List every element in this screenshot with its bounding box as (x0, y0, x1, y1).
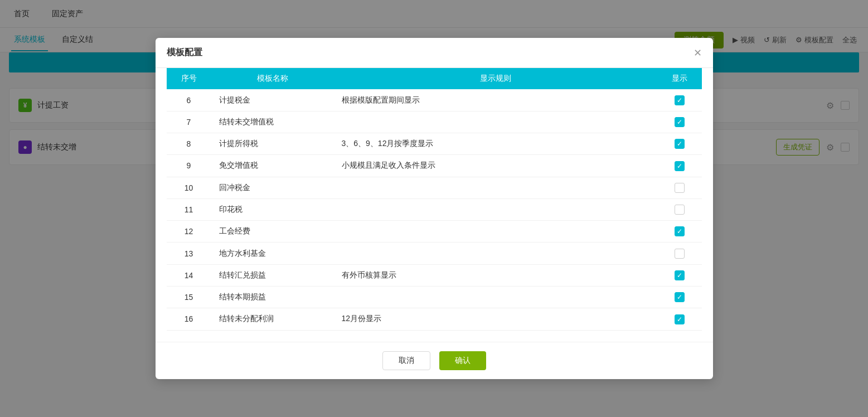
checkbox-14[interactable] (675, 270, 685, 280)
checkbox-12[interactable] (675, 226, 685, 236)
cell-rule: 小规模且满足收入条件显示 (334, 155, 657, 177)
cell-checkbox (657, 133, 702, 154)
cell-rule: 12月份显示 (334, 308, 657, 330)
cell-name: 结转未交增值税 (211, 111, 334, 133)
cell-name: 地方水利基金 (211, 243, 334, 264)
cell-name: 计提税金 (211, 89, 334, 111)
table-row: 7结转未交增值税 (167, 111, 702, 133)
cell-id: 16 (167, 308, 211, 330)
modal-title: 模板配置 (167, 47, 202, 59)
cell-name: 工会经费 (211, 221, 334, 243)
checkbox-16[interactable] (675, 314, 685, 324)
cell-rule: 根据模版配置期间显示 (334, 89, 657, 111)
table-row: 12工会经费 (167, 221, 702, 243)
table-row: 9免交增值税小规模且满足收入条件显示 (167, 155, 702, 177)
cell-checkbox (657, 155, 702, 177)
cell-id: 14 (167, 264, 211, 286)
cell-rule: 有外币核算显示 (334, 264, 657, 286)
config-table: 序号 模板名称 显示规则 显示 6计提税金根据模版配置期间显示7结转未交增值税8… (167, 68, 702, 330)
modal-body: 序号 模板名称 显示规则 显示 6计提税金根据模版配置期间显示7结转未交增值税8… (156, 68, 713, 341)
col-header-name: 模板名称 (211, 68, 334, 89)
cell-checkbox (657, 264, 702, 286)
cell-checkbox (657, 111, 702, 133)
cell-checkbox (657, 89, 702, 111)
checkbox-7[interactable] (675, 117, 685, 127)
table-row: 6计提税金根据模版配置期间显示 (167, 89, 702, 111)
cell-name: 回冲税金 (211, 177, 334, 198)
cell-id: 11 (167, 198, 211, 220)
cell-id: 6 (167, 89, 211, 111)
cell-name: 结转汇兑损益 (211, 264, 334, 286)
cell-checkbox (657, 221, 702, 243)
cell-checkbox (657, 177, 702, 198)
cell-checkbox (657, 198, 702, 220)
cell-id: 9 (167, 155, 211, 177)
checkbox-13[interactable] (675, 249, 685, 259)
col-header-id: 序号 (167, 68, 211, 89)
cell-checkbox (657, 243, 702, 264)
checkbox-15[interactable] (675, 292, 685, 302)
cell-id: 12 (167, 221, 211, 243)
cell-name: 免交增值税 (211, 155, 334, 177)
cell-rule (334, 111, 657, 133)
cell-id: 15 (167, 287, 211, 308)
cell-id: 10 (167, 177, 211, 198)
table-row: 15结转本期损益 (167, 287, 702, 308)
checkbox-8[interactable] (675, 139, 685, 149)
cell-id: 7 (167, 111, 211, 133)
cell-id: 8 (167, 133, 211, 154)
cell-name: 结转未分配利润 (211, 308, 334, 330)
cell-rule (334, 221, 657, 243)
cancel-button[interactable]: 取消 (382, 351, 430, 370)
cell-checkbox (657, 287, 702, 308)
cell-rule (334, 177, 657, 198)
checkbox-9[interactable] (675, 161, 685, 171)
col-header-rule: 显示规则 (334, 68, 657, 89)
cell-rule: 3、6、9、12月按季度显示 (334, 133, 657, 154)
table-row: 14结转汇兑损益有外币核算显示 (167, 264, 702, 286)
table-row: 10回冲税金 (167, 177, 702, 198)
checkbox-6[interactable] (675, 95, 685, 105)
modal-template-config: 模板配置 ✕ 序号 模板名称 显示规则 显示 6计提税金根据模版配置期间显示7结… (156, 38, 713, 379)
checkbox-10[interactable] (675, 183, 685, 193)
table-row: 8计提所得税3、6、9、12月按季度显示 (167, 133, 702, 154)
confirm-button[interactable]: 确认 (439, 351, 486, 370)
cell-name: 印花税 (211, 198, 334, 220)
checkbox-11[interactable] (675, 205, 685, 215)
modal-overlay: 模板配置 ✕ 序号 模板名称 显示规则 显示 6计提税金根据模版配置期间显示7结… (0, 0, 868, 417)
modal-header: 模板配置 ✕ (156, 38, 713, 68)
cell-name: 计提所得税 (211, 133, 334, 154)
cell-id: 13 (167, 243, 211, 264)
cell-name: 结转本期损益 (211, 287, 334, 308)
table-row: 16结转未分配利润12月份显示 (167, 308, 702, 330)
cell-rule (334, 198, 657, 220)
col-header-display: 显示 (657, 68, 702, 89)
modal-footer: 取消 确认 (156, 342, 713, 379)
cell-checkbox (657, 308, 702, 330)
table-row: 13地方水利基金 (167, 243, 702, 264)
cell-rule (334, 287, 657, 308)
cell-rule (334, 243, 657, 264)
table-row: 11印花税 (167, 198, 702, 220)
modal-close-button[interactable]: ✕ (694, 48, 702, 58)
